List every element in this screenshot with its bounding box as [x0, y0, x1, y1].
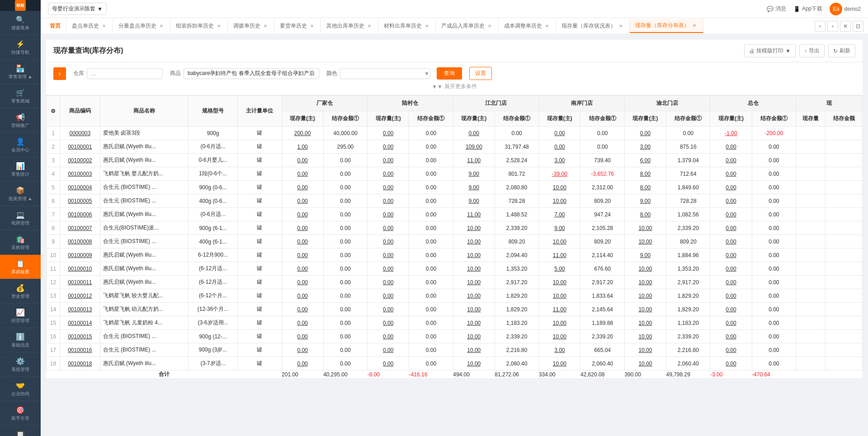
- row-jb-amt: 0.00: [495, 127, 538, 140]
- row-cur-amt: [826, 343, 863, 357]
- tab-close-btn[interactable]: ✕: [158, 23, 165, 29]
- row-fj-amt: 0.00: [323, 316, 367, 330]
- nav-close-btn[interactable]: ✕: [840, 21, 851, 32]
- tab-close-btn[interactable]: ✕: [366, 23, 373, 29]
- row-jb-qty: 10.00: [453, 303, 495, 316]
- nav-next-btn[interactable]: ›: [827, 21, 838, 32]
- store-selector[interactable]: 母婴行业演示陈套 ▼: [48, 3, 107, 15]
- row-zc-qty: 0.00: [710, 289, 752, 303]
- row-cur-amt: [826, 194, 863, 208]
- tab-close-btn[interactable]: ✕: [101, 23, 107, 29]
- sidebar-item-营销推广[interactable]: 📢营销推广: [0, 108, 41, 133]
- nav-tab[interactable]: 首页: [44, 19, 66, 33]
- row-jb-qty: 9.00: [453, 167, 495, 181]
- nav-tab[interactable]: 材料出库单历史✕: [378, 19, 436, 33]
- filter-expand-btn[interactable]: ›: [53, 67, 66, 80]
- sidebar-item-库存核算[interactable]: 📋库存核算: [0, 255, 41, 279]
- row-jb-amt: 728.28: [495, 194, 538, 208]
- row-spec: 1段(0-6个...: [189, 167, 238, 181]
- sidebar-item-新手引导[interactable]: 🎯新手引导: [0, 401, 41, 426]
- color-input[interactable]: [340, 68, 430, 79]
- nav-tab[interactable]: 盘点单历史✕: [66, 19, 113, 33]
- row-fj-qty: 0.00: [282, 289, 323, 303]
- row-cur-amt: [826, 303, 863, 316]
- tab-close-btn[interactable]: ✕: [216, 23, 222, 29]
- row-lc-amt: 0.00: [409, 303, 453, 316]
- row-jb-qty: 10.00: [453, 343, 495, 357]
- table-row: 3 00100002 惠氏启赋 (Wyeth illu... 0-6月婴儿...…: [47, 154, 863, 167]
- warehouse-input[interactable]: [87, 68, 163, 79]
- expand-more-btn[interactable]: ▼▼ 展开更多条件: [432, 83, 477, 90]
- sidebar-item-零售管理[interactable]: 🏪零售管理 ▲: [0, 60, 41, 84]
- sidebar-item-资金管理[interactable]: 💰资金管理: [0, 279, 41, 304]
- yb-amt-header: 结存金额①: [666, 111, 710, 127]
- row-lc-qty: 0.00: [368, 221, 409, 235]
- print-btn[interactable]: 🖨 按模版打印 ▼: [744, 44, 796, 57]
- row-unit: 罐: [238, 167, 282, 181]
- tab-close-btn[interactable]: ✕: [691, 23, 698, 29]
- nav-tab[interactable]: 其他出库单历史✕: [321, 19, 378, 33]
- sidebar-item-搜索英单[interactable]: 🔍搜索英单: [0, 11, 41, 35]
- row-zc-amt: 0.00: [752, 330, 796, 343]
- tab-close-btn[interactable]: ✕: [486, 23, 493, 29]
- message-btn[interactable]: 💬 消息: [767, 5, 786, 13]
- sidebar-item-批发管理[interactable]: 📦批发管理 ▲: [0, 182, 41, 206]
- nav-tab[interactable]: 现存量（库存状况表）✕: [556, 19, 630, 33]
- na-qty-header: 现存量(主): [539, 111, 580, 127]
- row-name: 合生元 (BIOSTIME) ...: [100, 181, 188, 194]
- sidebar-item-基础信息[interactable]: ℹ️基础信息: [0, 328, 41, 352]
- nav-tab[interactable]: 产成品入库单历史✕: [436, 19, 499, 33]
- sidebar-item-快捷导航[interactable]: ⚡快捷导航: [0, 35, 41, 60]
- export-btn[interactable]: ↑ 导出: [799, 44, 825, 57]
- nav-tab[interactable]: 调拨单历史✕: [228, 19, 274, 33]
- row-yb-amt: 1,082.56: [666, 208, 710, 221]
- sum-zc-qty: -3.00: [710, 370, 752, 379]
- nav-tab[interactable]: 要货单历史✕: [274, 19, 321, 33]
- user-profile[interactable]: Ea demo2: [830, 3, 861, 15]
- row-lc-qty: 0.00: [368, 289, 409, 303]
- goods-input[interactable]: [184, 68, 319, 79]
- refresh-btn[interactable]: ↻ 刷新: [828, 44, 855, 57]
- gear-header[interactable]: ⚙: [47, 96, 60, 127]
- row-na-qty: 10.00: [539, 357, 580, 370]
- query-btn[interactable]: 查询: [437, 67, 462, 80]
- page-actions: 🖨 按模版打印 ▼ ↑ 导出 ↻ 刷新: [744, 44, 855, 57]
- tab-close-btn[interactable]: ✕: [424, 23, 430, 29]
- nav-tab[interactable]: 分量盘点单历史✕: [113, 19, 170, 33]
- row-jb-amt: 809.20: [495, 235, 538, 248]
- row-fj-qty: 1.00: [282, 140, 323, 154]
- nav-tab[interactable]: 成本调整单历史✕: [499, 19, 556, 33]
- row-code: 00100005: [60, 194, 100, 208]
- sidebar-item-经营管理[interactable]: 📈经营管理: [0, 304, 41, 328]
- tab-close-btn[interactable]: ✕: [544, 23, 550, 29]
- sidebar-item-零售统计[interactable]: 📊零售统计: [0, 157, 41, 182]
- nav-expand-btn[interactable]: ⊡: [853, 21, 863, 32]
- app-download-btn[interactable]: 📱 App下载: [793, 5, 822, 13]
- row-jb-amt: 31,797.48: [495, 140, 538, 154]
- sidebar-label: 电商管理: [11, 220, 29, 226]
- sidebar-label: 库存核算: [11, 269, 29, 275]
- nav-prev-btn[interactable]: ‹: [815, 21, 826, 32]
- sidebar-item-应用中心[interactable]: 🔲应用中心: [0, 426, 41, 436]
- sidebar-item-零售商城[interactable]: 🛒零售商城: [0, 84, 41, 108]
- row-lc-amt: 0.00: [409, 330, 453, 343]
- row-fj-qty: 0.00: [282, 181, 323, 194]
- sidebar-item-系统管理[interactable]: ⚙️系统管理: [0, 352, 41, 377]
- tab-close-btn[interactable]: ✕: [309, 23, 315, 29]
- sidebar-item-电商管理[interactable]: 💻电商管理: [0, 206, 41, 230]
- sidebar-item-采购管理[interactable]: 🛍️采购管理: [0, 230, 41, 255]
- row-na-qty: -39.00: [539, 167, 580, 181]
- sidebar-label: 基础信息: [11, 342, 29, 348]
- nav-tab[interactable]: 现存量（库存分布表）✕: [630, 19, 703, 33]
- tab-close-btn[interactable]: ✕: [618, 23, 624, 29]
- row-na-amt: 1,833.64: [580, 289, 624, 303]
- nav-tab[interactable]: 组装拆卸单历史✕: [170, 19, 228, 33]
- sidebar-item-企业协同[interactable]: 🤝企业协同: [0, 377, 41, 401]
- sidebar-item-会员中心[interactable]: 👤会员中心: [0, 133, 41, 157]
- row-unit: 罐: [238, 140, 282, 154]
- row-yb-amt: 809.20: [666, 235, 710, 248]
- row-fj-amt: 0.00: [323, 330, 367, 343]
- tab-close-btn[interactable]: ✕: [262, 23, 269, 29]
- row-spec: 6-12月900...: [189, 248, 238, 262]
- setting-btn[interactable]: 设置: [469, 67, 492, 80]
